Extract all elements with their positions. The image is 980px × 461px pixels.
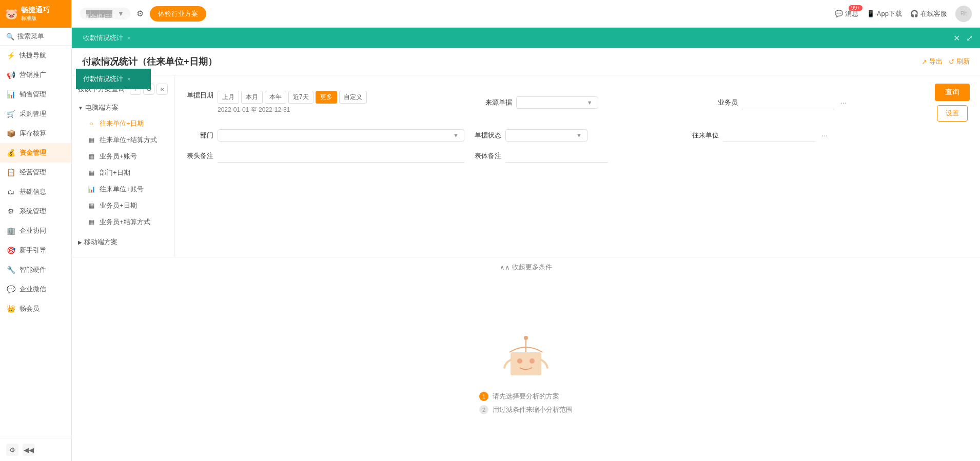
tab-close-2[interactable]: ×: [127, 35, 130, 41]
messages-action[interactable]: 💬 消息 99+: [835, 9, 858, 18]
member-icon: 👑: [6, 304, 15, 313]
source-select[interactable]: ▼: [516, 96, 598, 109]
phone-icon: 📱: [867, 10, 875, 17]
search-icon: 🔍: [6, 33, 14, 41]
sidebar-item-guide[interactable]: 🎯新手引导: [0, 240, 71, 260]
collapse-button[interactable]: ∧∧ 收起更多条件: [500, 263, 552, 272]
online-service-action[interactable]: 🎧 在线客服: [910, 9, 947, 18]
tab-close-3[interactable]: ×: [114, 55, 117, 62]
sidebar-item-member[interactable]: 👑畅会员: [0, 299, 71, 318]
sidebar-item-wechat[interactable]: 💬企业微信: [0, 279, 71, 299]
query-button[interactable]: 查询: [935, 84, 970, 101]
tab-0[interactable]: 首页: [76, 0, 151, 7]
date-this-month-btn[interactable]: 本月: [241, 91, 263, 104]
date-custom-btn[interactable]: 自定义: [339, 91, 367, 104]
settings-button[interactable]: 设置: [937, 105, 968, 122]
sidebar-item-label-sales: 销售管理: [19, 90, 46, 99]
tab-3[interactable]: 新建方案×: [76, 48, 151, 69]
pc-scheme-group-header[interactable]: ▼ 电脑端方案: [72, 100, 174, 115]
dept-select[interactable]: ▼: [218, 129, 464, 142]
scheme-item-label-1: 往来单位+结算方式: [100, 135, 157, 145]
sidebar-settings-icon[interactable]: ⚙: [6, 444, 18, 456]
corp-icon: 🏢: [6, 226, 15, 235]
trial-button[interactable]: 体验行业方案: [150, 6, 206, 22]
scheme-item-1[interactable]: ▦往来单位+结算方式: [72, 132, 174, 148]
sidebar-search-label: 搜索菜单: [17, 32, 44, 41]
scheme-item-icon-3: ▦: [87, 169, 95, 177]
page-header-actions: ↗ 导出 ↺ 刷新: [922, 57, 970, 66]
filter-area: 单据日期 上月 本月 本年 近7天 更多 自定义 2022-01-01 至 20…: [174, 75, 980, 257]
expand-tab-icon[interactable]: ⤢: [963, 33, 976, 43]
svg-rect-0: [511, 352, 541, 375]
query-area: 按以下方案查询 + ⚙ « ▼ 电脑端方案 ○往来单位+日期▦往来单位+结算方式…: [72, 75, 980, 257]
source-filter-label: 来源单据: [483, 98, 512, 107]
sidebar-logo: 🐷 畅捷通巧 标准版: [0, 0, 71, 28]
sidebar-item-basic[interactable]: 🗂基础信息: [0, 182, 71, 202]
mobile-scheme-group-header[interactable]: ▶ 移动端方案: [72, 234, 174, 250]
export-button[interactable]: ↗ 导出: [922, 57, 943, 66]
scheme-item-2[interactable]: ▦业务员+账号: [72, 148, 174, 165]
scheme-item-4[interactable]: 📊往来单位+账号: [72, 181, 174, 197]
scheme-item-3[interactable]: ▦部门+日期: [72, 165, 174, 181]
mobile-scheme-group-label: 移动端方案: [84, 237, 117, 247]
sidebar-item-marketing[interactable]: 📢营销推广: [0, 65, 71, 85]
sidebar-collapse-icon[interactable]: ◀◀: [23, 444, 35, 456]
tab-close-4[interactable]: ×: [127, 76, 130, 82]
refresh-button[interactable]: ↺ 刷新: [949, 57, 970, 66]
date-this-year-btn[interactable]: 本年: [265, 91, 286, 104]
date-7days-btn[interactable]: 近7天: [288, 91, 313, 104]
app-download-action[interactable]: 📱 App下载: [867, 9, 902, 18]
sidebar-item-operation[interactable]: 📋经营管理: [0, 163, 71, 182]
sidebar-item-finance[interactable]: 💰资金管理: [0, 143, 71, 163]
body-note-input[interactable]: [505, 149, 608, 163]
tab-1[interactable]: 现金银行流水查询×: [76, 7, 151, 28]
sidebar-item-label-purchase: 采购管理: [19, 109, 46, 118]
headset-icon: 🎧: [910, 10, 918, 17]
main-container: ██████ ▼ ⚙ 体验行业方案 💬 消息 99+ 📱 App下载 🎧 在线客…: [72, 0, 980, 461]
agent-input[interactable]: [742, 96, 834, 109]
status-select[interactable]: ▼: [505, 129, 587, 142]
sidebar-item-inventory[interactable]: 📦库存核算: [0, 124, 71, 143]
partner-more-btn[interactable]: ···: [819, 131, 830, 139]
pc-scheme-group-label: 电脑端方案: [85, 103, 119, 112]
date-more-btn[interactable]: 更多: [316, 91, 337, 104]
tab-4[interactable]: 付款情况统计×: [76, 69, 151, 89]
sidebar-item-quick-nav[interactable]: ⚡快捷导航: [0, 46, 71, 65]
header-note-input[interactable]: [218, 149, 464, 163]
scheme-item-label-0: 往来单位+日期: [100, 119, 144, 128]
close-all-tabs-icon[interactable]: ✕: [950, 33, 963, 43]
sidebar-item-label-operation: 经营管理: [19, 168, 46, 177]
date-preset-group: 上月 本月 本年 近7天 更多 自定义: [218, 91, 367, 104]
scheme-item-6[interactable]: ▦业务员+结算方式: [72, 214, 174, 230]
message-icon: 💬: [835, 10, 843, 17]
scheme-item-icon-4: 📊: [87, 185, 95, 193]
date-last-month-btn[interactable]: 上月: [218, 91, 239, 104]
svg-point-2: [530, 358, 535, 364]
tab-close-1[interactable]: ×: [141, 14, 144, 21]
scheme-item-icon-6: ▦: [87, 218, 95, 226]
empty-state: 1 请先选择要分析的方案 2 用过滤条件来缩小分析范围: [72, 277, 980, 461]
sidebar-item-label-finance: 资金管理: [19, 148, 46, 157]
body-note-label: 表体备注: [473, 151, 501, 161]
sidebar-item-purchase[interactable]: 🛒采购管理: [0, 104, 71, 124]
partner-input[interactable]: [723, 129, 815, 142]
topbar-actions: 💬 消息 99+ 📱 App下载 🎧 在线客服 Rit: [835, 6, 972, 22]
user-avatar[interactable]: Rit: [955, 6, 972, 22]
tab-2[interactable]: 收款情况统计×: [76, 28, 151, 48]
filter-row-1: 单据日期 上月 本月 本年 近7天 更多 自定义 2022-01-01 至 20…: [185, 84, 970, 122]
svg-point-4: [524, 336, 528, 340]
header-note-label: 表头备注: [185, 151, 213, 161]
sidebar-item-label-wechat: 企业微信: [19, 285, 46, 294]
scheme-items-pc: ○往来单位+日期▦往来单位+结算方式▦业务员+账号▦部门+日期📊往来单位+账号▦…: [72, 115, 174, 230]
sidebar-item-system[interactable]: ⚙系统管理: [0, 202, 71, 221]
sidebar-item-corp[interactable]: 🏢企业协同: [0, 221, 71, 240]
scheme-item-5[interactable]: ▦业务员+日期: [72, 197, 174, 214]
sidebar-item-sales[interactable]: 📊销售管理: [0, 85, 71, 104]
scheme-item-0[interactable]: ○往来单位+日期: [72, 115, 174, 132]
sidebar: 🐷 畅捷通巧 标准版 🔍 搜索菜单 ⚡快捷导航📢营销推广📊销售管理🛒采购管理📦库…: [0, 0, 72, 461]
collapse-label: 收起更多条件: [512, 263, 552, 272]
agent-more-btn[interactable]: ···: [838, 98, 849, 107]
scheme-collapse-icon[interactable]: «: [156, 84, 168, 95]
sidebar-search[interactable]: 🔍 搜索菜单: [0, 28, 71, 46]
sidebar-item-hardware[interactable]: 🔧智能硬件: [0, 260, 71, 279]
